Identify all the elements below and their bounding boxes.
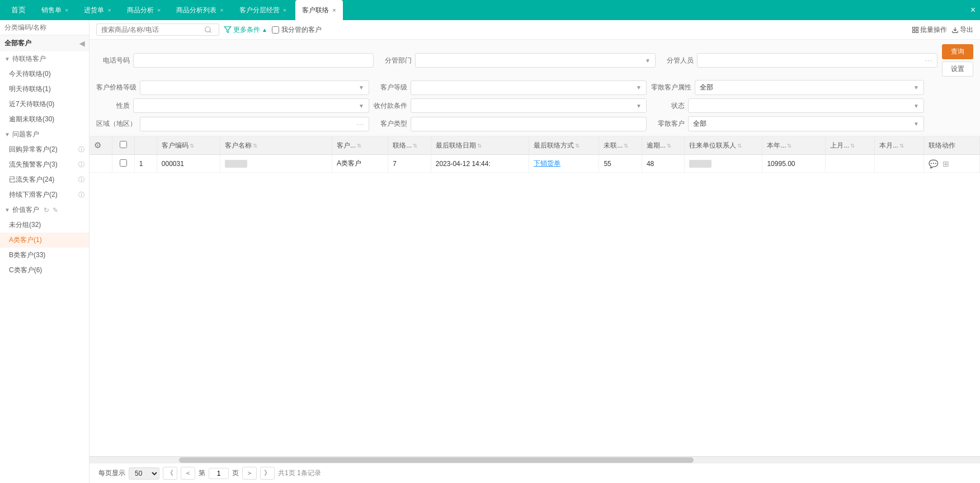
first-page-button[interactable]: 《 [163, 467, 177, 480]
search-input[interactable] [101, 26, 202, 34]
svg-rect-6 [916, 27, 918, 29]
col-unit-contact[interactable]: 往来单位联系人⇅ [685, 136, 762, 155]
retail-customer-arrow-icon: ▼ [913, 121, 919, 127]
col-last-month[interactable]: 上月...⇅ [826, 136, 875, 155]
filter-customer-type-input[interactable] [411, 117, 647, 131]
grid-action-icon[interactable]: ⊞ [943, 159, 949, 168]
filter-retail-attr-select[interactable]: 全部 ▼ [695, 80, 924, 95]
col-this-year[interactable]: 本年...⇅ [762, 136, 826, 155]
nav-tab-customer-contact[interactable]: 客户联络 × [295, 0, 342, 20]
filter-dept-select[interactable]: ▼ [415, 53, 656, 68]
row-checkbox[interactable] [120, 159, 127, 167]
sidebar-search-input[interactable] [4, 23, 88, 31]
scrollbar-thumb[interactable] [179, 457, 694, 463]
filter-status-select[interactable]: ▼ [688, 98, 924, 113]
price-grade-arrow-icon: ▼ [359, 84, 364, 91]
col-type[interactable]: 客户...⇅ [332, 136, 388, 155]
sidebar-item-ungrouped[interactable]: 未分组(32) [0, 217, 89, 233]
last-contact-way-link[interactable]: 下销货单 [534, 159, 560, 167]
nav-tab-product-analysis[interactable]: 商品分析 × [120, 0, 167, 20]
col-no-contact[interactable]: 未联...⇅ [599, 136, 642, 155]
dept-arrow-icon: ▼ [645, 58, 651, 64]
close-customer-contact-tab-icon[interactable]: × [332, 7, 336, 13]
close-customer-segment-tab-icon[interactable]: × [283, 7, 286, 13]
row-name-cell: Ea [220, 155, 332, 173]
last-page-button[interactable]: 》 [260, 467, 275, 480]
col-contact[interactable]: 联络...⇅ [388, 136, 431, 155]
person-dots-icon: ··· [925, 56, 932, 64]
gear-icon[interactable]: ⚙ [94, 140, 101, 150]
sidebar-item-warning[interactable]: 流失预警客户(3) ⓘ [0, 157, 89, 172]
row-this-month-cell [874, 155, 924, 173]
nav-home[interactable]: 首页 [4, 0, 32, 20]
filter-phone-label: 电话号码 [96, 56, 130, 65]
close-purchase-tab-icon[interactable]: × [107, 7, 111, 13]
chat-action-icon[interactable]: 💬 [929, 159, 938, 168]
col-last-contact-way-label: 最后联络方式 [534, 141, 574, 150]
col-name[interactable]: 客户名称⇅ [220, 136, 332, 155]
filter-payment: 收付款条件 ▼ [374, 98, 647, 113]
sidebar-item-overdue[interactable]: 逾期未联络(30) [0, 112, 89, 127]
sidebar-item-abnormal[interactable]: 回购异常客户(2) ⓘ [0, 142, 89, 157]
all-customers-header[interactable]: 全部客户 ◀ [0, 35, 89, 51]
nav-tab-purchase[interactable]: 进货单 × [77, 0, 117, 20]
filter-phone-input[interactable] [133, 53, 374, 68]
col-this-month[interactable]: 本月...⇅ [874, 136, 924, 155]
export-icon [951, 26, 959, 34]
row-contact-cell: 7 [388, 155, 431, 173]
page-size-select[interactable]: 50 100 200 [129, 467, 159, 480]
refresh-icon[interactable]: ↻ [44, 206, 49, 214]
filter-payment-select[interactable]: ▼ [411, 98, 647, 113]
prev-page-button[interactable]: ＜ [181, 467, 195, 480]
more-filters-button[interactable]: 更多条件 ▲ [224, 25, 267, 35]
right-actions: 批量操作 导出 [912, 25, 973, 35]
batch-operation-button[interactable]: 批量操作 [912, 25, 947, 35]
row-action-cell: 💬 ⊞ [924, 155, 979, 173]
row-unit-contact-blurred: RE . [689, 160, 712, 168]
search-icon[interactable] [204, 26, 212, 34]
col-gear: ⚙ [89, 136, 112, 155]
close-all-icon[interactable]: × [970, 5, 976, 15]
my-customers-checkbox[interactable] [272, 26, 279, 34]
my-customers-checkbox-label[interactable]: 我分管的客户 [272, 25, 322, 35]
nav-tab-sales[interactable]: 销售单 × [35, 0, 75, 20]
export-button[interactable]: 导出 [951, 25, 973, 35]
page-input[interactable] [209, 468, 229, 479]
query-button[interactable]: 查询 [942, 44, 973, 59]
col-overdue[interactable]: 逾期...⇅ [642, 136, 684, 155]
sidebar-item-7days[interactable]: 近7天待联络(0) [0, 97, 89, 112]
close-product-analysis-tab-icon[interactable]: × [157, 7, 161, 13]
filter-retail-customer-select[interactable]: 全部 ▼ [688, 116, 924, 131]
sidebar-item-c-class[interactable]: C类客户(6) [0, 263, 89, 278]
filter-price-grade-select[interactable]: ▼ [140, 80, 369, 95]
close-sales-tab-icon[interactable]: × [65, 7, 68, 13]
filter-customer-grade-select[interactable]: ▼ [411, 80, 647, 95]
filter-region-select[interactable]: ··· [140, 117, 369, 131]
filter-nature-select[interactable]: ▼ [133, 98, 369, 113]
sidebar-group-value[interactable]: ▼ 价值客户 ↻ ✎ [0, 202, 89, 217]
sidebar-item-b-class[interactable]: B类客户(33) [0, 248, 89, 263]
sidebar-item-declining[interactable]: 持续下滑客户(2) ⓘ [0, 187, 89, 202]
sidebar-group-problem[interactable]: ▼ 问题客户 [0, 127, 89, 142]
col-last-contact-date[interactable]: 最后联络日期⇅ [431, 136, 529, 155]
filter-customer-grade: 客户等级 ▼ [374, 80, 647, 95]
close-product-list-tab-icon[interactable]: × [220, 7, 223, 13]
sidebar-item-tomorrow[interactable]: 明天待联络(1) [0, 82, 89, 97]
sidebar-item-a-class[interactable]: A类客户(1) [0, 233, 89, 248]
sidebar-collapse-icon[interactable]: ◀ [79, 40, 84, 48]
filter-region-label: 区域（地区） [96, 119, 136, 129]
filter-person-select[interactable]: ··· [697, 53, 937, 68]
horizontal-scrollbar[interactable] [89, 456, 980, 463]
col-last-contact-way[interactable]: 最后联络方式⇅ [529, 136, 599, 155]
sidebar-group-pending[interactable]: ▼ 待联络客户 [0, 51, 89, 67]
col-code[interactable]: 客户编码⇅ [157, 136, 220, 155]
setting-button[interactable]: 设置 [942, 61, 973, 77]
nav-tab-customer-segment[interactable]: 客户分层经营 × [233, 0, 293, 20]
nav-tab-product-list[interactable]: 商品分析列表 × [169, 0, 230, 20]
sidebar-item-today[interactable]: 今天待联络(0) [0, 67, 89, 82]
more-filters-arrow: ▲ [262, 27, 267, 33]
select-all-checkbox[interactable] [120, 141, 127, 148]
edit-value-icon[interactable]: ✎ [53, 206, 58, 214]
sidebar-item-lost[interactable]: 已流失客户(24) ⓘ [0, 172, 89, 187]
next-page-button[interactable]: ＞ [242, 467, 257, 480]
